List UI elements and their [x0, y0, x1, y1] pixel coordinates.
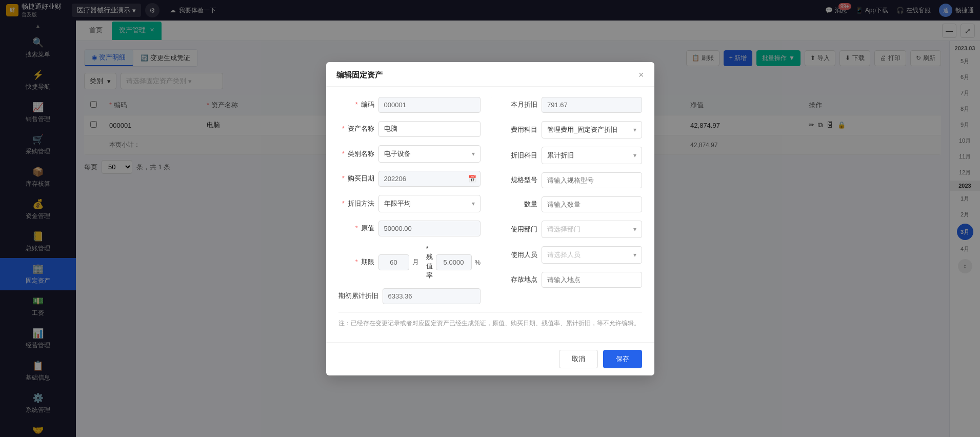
user-label: 使用人员	[502, 250, 537, 260]
form-group-term: * 期限 月 * 残值率 %	[338, 245, 481, 280]
purchase-date-input[interactable]	[378, 171, 481, 187]
form-group-user: 使用人员 请选择人员 ▾	[502, 246, 642, 264]
dep-method-value: 年限平均	[384, 199, 411, 208]
department-select[interactable]: 请选择部门 ▾	[542, 221, 642, 238]
expense-subject-label: 费用科目	[502, 125, 537, 134]
form-group-category: * 类别名称 电子设备 ▾	[338, 145, 481, 163]
quantity-input[interactable]	[542, 196, 642, 212]
modal-footer: 取消 保存	[326, 342, 654, 375]
category-form-label: * 类别名称	[338, 149, 374, 158]
code-input[interactable]	[378, 97, 481, 113]
department-arrow: ▾	[633, 226, 636, 233]
dep-subject-arrow: ▾	[633, 152, 636, 159]
initial-dep-input[interactable]	[383, 288, 481, 304]
dep-method-select[interactable]: 年限平均 ▾	[378, 195, 481, 212]
original-value-input[interactable]	[378, 221, 481, 236]
form-group-name: * 资产名称	[338, 121, 481, 137]
modal-title: 编辑固定资产	[336, 70, 383, 80]
user-arrow: ▾	[633, 251, 636, 259]
form-group-location: 存放地点	[502, 272, 642, 288]
spec-input[interactable]	[542, 172, 642, 188]
residual-rate-label: * 残值率	[426, 245, 433, 280]
category-select[interactable]: 电子设备 ▾	[378, 145, 481, 163]
form-right-col: 本月折旧 费用科目 管理费用_固定资产折旧 ▾ 折旧科目	[491, 97, 642, 312]
form-group-department: 使用部门 请选择部门 ▾	[502, 221, 642, 238]
location-input[interactable]	[542, 272, 642, 288]
form-group-spec: 规格型号	[502, 172, 642, 188]
form-grid: * 编码 * 资产名称	[338, 97, 642, 312]
edit-asset-modal: 编辑固定资产 × * 编码	[326, 62, 654, 375]
form-group-code: * 编码	[338, 97, 481, 113]
initial-dep-label: 期初累计折旧	[338, 291, 378, 301]
name-label: * 资产名称	[338, 124, 374, 133]
purchase-date-label: * 购买日期	[338, 174, 374, 183]
form-left-col: * 编码 * 资产名称	[338, 97, 491, 312]
term-input[interactable]	[378, 254, 409, 270]
form-group-quantity: 数量	[502, 196, 642, 212]
name-input[interactable]	[378, 121, 481, 137]
calendar-icon: 📅	[468, 175, 476, 183]
modal-header: 编辑固定资产 ×	[326, 62, 654, 87]
term-unit: 月	[412, 257, 419, 267]
residual-rate-unit: %	[475, 259, 481, 266]
code-label: * 编码	[338, 100, 374, 109]
term-inline: 月 * 残值率 %	[378, 245, 481, 280]
form-group-expense-subject: 费用科目 管理费用_固定资产折旧 ▾	[502, 121, 642, 138]
spec-label: 规格型号	[502, 175, 537, 185]
form-group-dep-subject: 折旧科目 累计折旧 ▾	[502, 147, 642, 164]
form-group-monthly-dep: 本月折旧	[502, 97, 642, 113]
dep-method-label: * 折旧方法	[338, 199, 374, 208]
form-group-initial-dep: 期初累计折旧	[338, 288, 481, 304]
category-select-arrow: ▾	[472, 150, 475, 157]
modal-note: 注：已经存在变更记录或者对应固定资产已经生成凭证，原值、购买日期、残值率、累计折…	[338, 312, 642, 332]
modal-overlay: 编辑固定资产 × * 编码	[0, 0, 980, 437]
expense-subject-arrow: ▾	[633, 126, 636, 133]
expense-subject-select[interactable]: 管理费用_固定资产折旧 ▾	[542, 121, 642, 138]
modal-body: * 编码 * 资产名称	[326, 87, 654, 342]
residual-rate-input[interactable]	[436, 254, 472, 270]
modal-close-btn[interactable]: ×	[638, 70, 644, 80]
quantity-label: 数量	[502, 200, 537, 209]
expense-subject-value: 管理费用_固定资产折旧	[547, 125, 617, 134]
save-button[interactable]: 保存	[603, 350, 642, 368]
monthly-dep-label: 本月折旧	[502, 100, 537, 109]
dep-subject-label: 折旧科目	[502, 151, 537, 160]
monthly-dep-input[interactable]	[542, 97, 642, 113]
form-group-purchase-date: * 购买日期 📅	[338, 171, 481, 187]
dep-method-arrow: ▾	[472, 200, 475, 207]
cancel-button[interactable]: 取消	[559, 350, 598, 368]
dep-subject-select[interactable]: 累计折旧 ▾	[542, 147, 642, 164]
department-placeholder: 请选择部门	[547, 225, 581, 234]
form-group-original-value: * 原值	[338, 221, 481, 236]
user-select[interactable]: 请选择人员 ▾	[542, 246, 642, 264]
original-value-label: * 原值	[338, 224, 374, 233]
department-label: 使用部门	[502, 225, 537, 234]
dep-subject-value: 累计折旧	[547, 151, 574, 160]
form-group-dep-method: * 折旧方法 年限平均 ▾	[338, 195, 481, 212]
category-select-value: 电子设备	[384, 149, 411, 158]
user-placeholder: 请选择人员	[547, 250, 581, 260]
location-label: 存放地点	[502, 275, 537, 284]
term-label: * 期限	[338, 257, 374, 267]
